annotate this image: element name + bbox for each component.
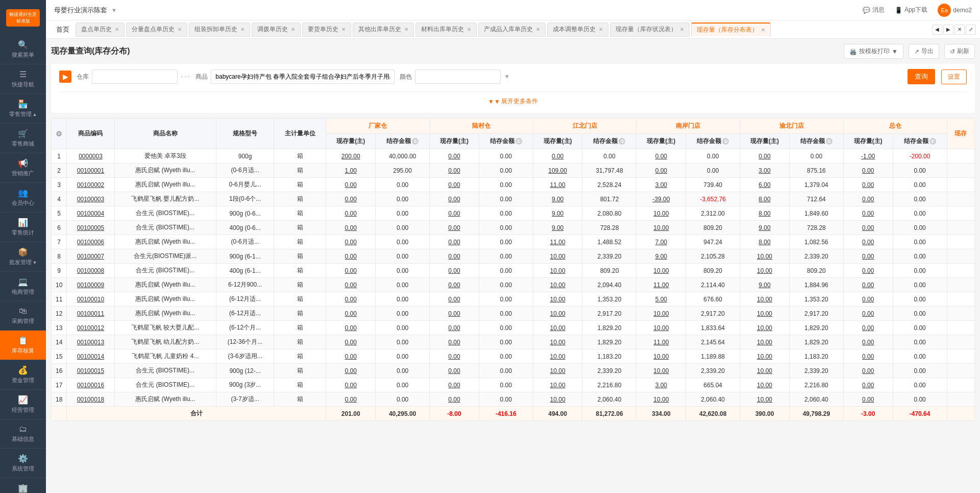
data-cell[interactable]: 0.00 [430,292,479,307]
data-cell[interactable]: 11.00 [636,335,686,349]
data-cell[interactable]: 8.00 [740,235,790,249]
expand-btn[interactable]: ▼▼ 展开更多条件 [484,95,542,108]
data-cell[interactable]: 0.00 [843,235,893,249]
data-cell[interactable]: 10.00 [636,221,686,235]
data-cell[interactable]: 8.00 [740,192,790,206]
data-cell[interactable]: 0.00 [843,321,893,335]
query-btn[interactable]: 查询 [908,69,935,84]
data-cell[interactable]: 200.00 [326,149,376,163]
data-cell[interactable]: 10.00 [533,321,582,335]
export-btn[interactable]: ↗ 导出 [909,44,939,59]
data-cell[interactable]: 0.00 [740,149,790,163]
data-cell[interactable]: 0.00 [430,392,479,407]
tab-close-inventory_branch[interactable]: ✕ [178,27,182,32]
tab-home[interactable]: 首页 [50,20,76,39]
data-cell[interactable]: 11.00 [533,178,582,192]
tab-inventory_branch[interactable]: 分量盘点单历史✕ [126,22,187,37]
product-code[interactable]: 00100013 [67,335,114,349]
data-cell[interactable]: 0.00 [430,364,479,378]
data-cell[interactable]: 0.00 [843,349,893,364]
goods-input[interactable] [211,69,395,84]
tab-stock_dist_active[interactable]: 现存量（库存分布表）✕ [691,22,771,37]
data-cell[interactable]: 8.00 [740,206,790,221]
data-cell[interactable]: 0.00 [843,392,893,407]
data-cell[interactable]: 0.00 [326,307,376,321]
data-cell[interactable]: 0.00 [843,364,893,378]
sidebar-item-stock[interactable]: 📋库存核算 [0,331,46,360]
data-cell[interactable]: 0.00 [326,221,376,235]
product-code[interactable]: 00100010 [67,292,114,307]
data-cell[interactable]: 0.00 [430,149,479,163]
print-btn[interactable]: 🖨️ 按模板打印 ▼ [844,44,903,59]
data-cell[interactable]: 0.00 [843,163,893,178]
data-cell[interactable]: 0.00 [843,278,893,292]
data-cell[interactable]: 0.00 [326,249,376,264]
data-cell[interactable] [947,149,974,163]
data-cell[interactable]: 0.00 [843,249,893,264]
tab-close-cost_adjust[interactable]: ✕ [599,27,603,32]
jb-amount-info[interactable]: ① [619,138,625,145]
data-cell[interactable]: 10.00 [533,249,582,264]
data-cell[interactable]: 10.00 [740,307,790,321]
data-cell[interactable]: 0.00 [326,392,376,407]
data-cell[interactable]: 6.00 [740,178,790,192]
data-cell[interactable]: 10.00 [636,364,686,378]
tab-next-btn[interactable]: ▶ [943,25,953,35]
data-cell[interactable]: 0.00 [430,178,479,192]
factory-amount-info[interactable]: ① [412,138,419,145]
warehouse-input[interactable] [92,69,178,84]
data-cell[interactable]: 3.00 [636,178,686,192]
data-cell[interactable] [947,349,974,364]
product-code[interactable]: 00100011 [67,307,114,321]
data-cell[interactable]: 9.00 [533,206,582,221]
data-cell[interactable] [947,364,974,378]
data-cell[interactable]: 0.00 [326,206,376,221]
data-cell[interactable]: 10.00 [533,349,582,364]
data-cell[interactable] [947,264,974,278]
data-cell[interactable]: 10.00 [533,307,582,321]
lu-amount-info[interactable]: ① [516,138,522,145]
settings-col-header[interactable]: ⚙ [52,119,67,149]
refresh-btn[interactable]: ↺ 刷新 [944,44,975,59]
tab-close-production_in[interactable]: ✕ [536,27,540,32]
data-cell[interactable]: 10.00 [533,292,582,307]
data-cell[interactable]: 0.00 [326,264,376,278]
data-cell[interactable]: 0.00 [430,249,479,264]
data-cell[interactable] [947,192,974,206]
product-code[interactable]: 0000003 [67,149,114,163]
data-cell[interactable]: 0.00 [843,307,893,321]
data-cell[interactable]: 10.00 [636,307,686,321]
data-cell[interactable]: 9.00 [740,221,790,235]
data-cell[interactable] [947,321,974,335]
sidebar-item-member[interactable]: 👥会员中心 [0,183,46,213]
data-cell[interactable]: 10.00 [533,378,582,392]
tab-close-all-btn[interactable]: ✕ [954,25,965,35]
data-cell[interactable]: 0.00 [843,335,893,349]
data-cell[interactable] [947,335,974,349]
product-code[interactable]: 00100008 [67,264,114,278]
data-cell[interactable]: 10.00 [740,321,790,335]
data-cell[interactable]: 0.00 [430,206,479,221]
message-btn[interactable]: 💬 消息 [863,6,885,14]
data-cell[interactable]: 1.00 [326,163,376,178]
tab-other_out[interactable]: 其他出库单历史✕ [353,22,414,37]
sidebar-item-retail_stats[interactable]: 📊零售统计 [0,213,46,242]
settings-query-btn[interactable]: 设置 [941,69,967,84]
data-cell[interactable]: 5.00 [636,292,686,307]
data-cell[interactable]: 0.00 [636,149,686,163]
data-cell[interactable]: 0.00 [843,178,893,192]
data-cell[interactable] [947,292,974,307]
data-cell[interactable]: 0.00 [326,349,376,364]
data-cell[interactable]: 10.00 [533,278,582,292]
data-cell[interactable]: 9.00 [740,278,790,292]
data-cell[interactable] [947,307,974,321]
data-cell[interactable]: 10.00 [636,321,686,335]
data-cell[interactable] [947,206,974,221]
tab-close-inventory_single[interactable]: ✕ [115,27,119,32]
warehouse-more-btn[interactable]: ··· [181,72,190,81]
user-menu[interactable]: Ea demo2 [938,4,972,17]
data-cell[interactable]: 0.00 [843,192,893,206]
product-code[interactable]: 00100014 [67,349,114,364]
data-cell[interactable]: -39.00 [636,192,686,206]
data-cell[interactable]: 0.00 [326,321,376,335]
